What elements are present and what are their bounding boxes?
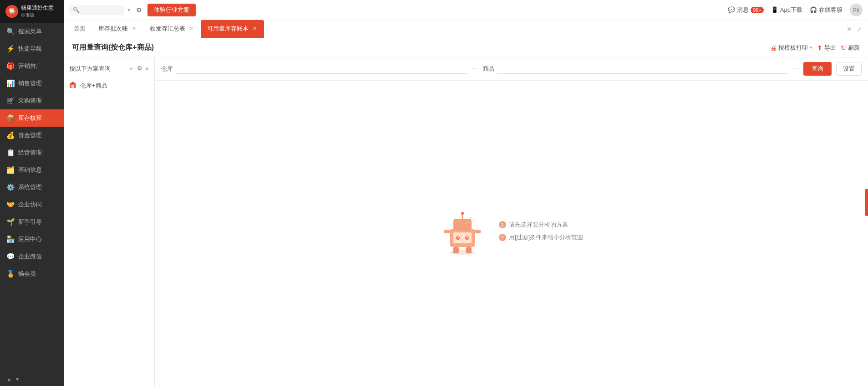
sidebar-item-system[interactable]: ⚙️ 系统管理	[0, 179, 64, 196]
sidebar-item-marketing[interactable]: 🎁 营销推广	[0, 57, 64, 75]
export-label: 导出	[824, 44, 836, 52]
gift-icon: 🎁	[6, 62, 15, 70]
sidebar-item-sales[interactable]: 📊 销售管理	[0, 75, 64, 92]
sidebar-item-finance[interactable]: 💰 资金管理	[0, 127, 64, 144]
sidebar-item-label: 企业协同	[18, 201, 42, 209]
settings-btn[interactable]: 设置	[836, 62, 862, 76]
app-download-label: App下载	[780, 6, 802, 14]
empty-tip-2: 2 用[过滤]条件来缩小分析范围	[499, 233, 583, 242]
sidebar-item-label: 畅会员	[18, 270, 36, 278]
sidebar-item-basic-info[interactable]: 🗂️ 基础信息	[0, 161, 64, 179]
svg-rect-16	[475, 230, 481, 233]
collapse-filter-icon[interactable]: «	[145, 65, 149, 73]
wechat-icon: 💬	[6, 252, 15, 261]
print-label: 按模板打印	[778, 44, 808, 52]
svg-marker-1	[70, 82, 76, 84]
filter-item-warehouse-goods[interactable]: 仓库+商品	[64, 77, 154, 93]
print-dropdown-icon: ▾	[810, 45, 812, 51]
sidebar-item-label: 企业微信	[18, 252, 42, 261]
refresh-btn[interactable]: ↻ 刷新	[841, 44, 860, 52]
phone-icon: 📱	[771, 6, 778, 13]
sidebar-item-label: 新手引导	[18, 218, 42, 226]
scroll-up-icon[interactable]: ▲	[6, 376, 12, 382]
tab-home[interactable]: 首页	[67, 20, 92, 38]
logo-icon: 畅	[5, 5, 18, 18]
tab-home-label: 首页	[74, 25, 86, 33]
export-btn[interactable]: ⬆ 导出	[817, 44, 836, 52]
topbar-search[interactable]: 🔍	[69, 5, 124, 15]
tip-num-1: 1	[499, 221, 506, 228]
trial-btn[interactable]: 体验行业方案	[147, 4, 196, 16]
appstore-icon: 🏪	[6, 235, 15, 243]
tab-recv-summary-close[interactable]: ✕	[188, 26, 194, 32]
newbie-icon: 🌱	[6, 218, 15, 226]
right-edge-handle[interactable]	[865, 189, 868, 216]
svg-point-8	[457, 237, 459, 238]
warehouse-more-icon[interactable]: ···	[472, 65, 477, 73]
settings-filter-icon[interactable]: ⚙	[137, 65, 142, 73]
online-service-btn[interactable]: 🎧 在线客服	[810, 6, 843, 14]
query-bar: 仓库 ··· 商品 ··· 查询 设置	[155, 57, 868, 81]
tab-batch-account-close[interactable]: ✕	[131, 26, 137, 32]
sidebar-item-shortcut[interactable]: ⚡ 快捷导航	[0, 40, 64, 57]
add-filter-icon[interactable]: ＋	[128, 65, 134, 73]
sidebar-item-label: 经营管理	[18, 149, 42, 157]
user-area[interactable]: Rit	[850, 4, 863, 16]
sidebar-item-label: 快捷导航	[18, 45, 42, 53]
sidebar-item-label: 库存核算	[18, 114, 42, 122]
settings-icon[interactable]: ⚙	[136, 6, 142, 14]
goods-input[interactable]	[497, 64, 788, 74]
message-icon: 💬	[728, 6, 735, 13]
basicinfo-icon: 🗂️	[6, 166, 15, 174]
tab-available-ledger-close[interactable]: ✕	[251, 26, 258, 32]
query-btn[interactable]: 查询	[803, 62, 832, 76]
topbar-dropdown-icon[interactable]: ▾	[127, 6, 131, 13]
tab-recv-summary[interactable]: 收发存汇总表 ✕	[143, 20, 201, 38]
inventory-icon: 📦	[6, 114, 15, 122]
app-name: 畅康通好生意	[21, 5, 54, 12]
page-header: 可用量查询(按仓库+商品) 🖨 按模板打印 ▾ ⬆ 导出 ↻ 刷新	[64, 38, 868, 57]
goods-label: 商品	[482, 65, 494, 73]
scroll-down-icon[interactable]: ▼	[15, 376, 20, 382]
sidebar-item-member[interactable]: 🏅 畅会员	[0, 265, 64, 283]
expand-window-btn[interactable]: ⤢	[854, 24, 864, 34]
warehouse-input[interactable]	[176, 64, 467, 74]
close-window-btn[interactable]: ✕	[844, 24, 854, 34]
print-icon: 🖨	[770, 44, 777, 51]
sidebar-item-label: 搜索菜单	[18, 27, 42, 36]
svg-rect-15	[444, 230, 450, 233]
topbar: 🔍 ▾ ⚙ 体验行业方案 💬 消息 99+ 📱 App下载 🎧 在线客服 Rit	[64, 0, 868, 20]
tab-batch-account[interactable]: 库存批次账 ✕	[92, 20, 143, 38]
sidebar: 畅 畅康通好生意 标准版 🔍 搜索菜单 ⚡ 快捷导航 🎁 营销推广 📊 销售管理…	[0, 0, 64, 386]
shortcut-icon: ⚡	[6, 45, 15, 53]
sidebar-item-newbie[interactable]: 🌱 新手引导	[0, 213, 64, 231]
search-icon: 🔍	[73, 7, 80, 13]
sidebar-item-purchase[interactable]: 🛒 采购管理	[0, 92, 64, 109]
sidebar-item-label: 销售管理	[18, 79, 42, 87]
svg-point-12	[461, 212, 464, 215]
empty-tip-1: 1 请先选择要分析的方案	[499, 221, 583, 229]
filter-header-icons: ＋ ⚙ «	[128, 65, 149, 73]
message-label: 消息	[737, 6, 749, 14]
print-template-btn[interactable]: 🖨 按模板打印 ▾	[770, 44, 812, 52]
sidebar-item-appstore[interactable]: 🏪 应用中心	[0, 231, 64, 248]
sidebar-footer: ▲ ▼	[0, 372, 64, 386]
sidebar-item-search[interactable]: 🔍 搜索菜单	[0, 23, 64, 40]
sidebar-item-label: 营销推广	[18, 62, 42, 70]
sidebar-item-label: 应用中心	[18, 235, 42, 243]
search-icon: 🔍	[6, 27, 15, 36]
goods-more-icon[interactable]: ···	[793, 65, 799, 73]
sidebar-item-enterprise[interactable]: 🤝 企业协同	[0, 196, 64, 213]
sidebar-logo: 畅 畅康通好生意 标准版	[0, 0, 64, 23]
tab-recv-summary-label: 收发存汇总表	[150, 25, 185, 33]
sales-icon: 📊	[6, 79, 15, 87]
sidebar-item-operation[interactable]: 📋 经营管理	[0, 144, 64, 161]
message-btn[interactable]: 💬 消息 99+	[728, 6, 764, 14]
sidebar-item-label: 采购管理	[18, 97, 42, 105]
tab-available-ledger[interactable]: 可用量库存账本 ✕	[201, 20, 264, 38]
app-download-btn[interactable]: 📱 App下载	[771, 6, 802, 14]
sidebar-item-inventory[interactable]: 📦 库存核算	[0, 109, 64, 127]
sidebar-item-wechat[interactable]: 💬 企业微信	[0, 248, 64, 265]
page-title: 可用量查询(按仓库+商品)	[72, 43, 154, 52]
svg-point-9	[467, 237, 468, 238]
